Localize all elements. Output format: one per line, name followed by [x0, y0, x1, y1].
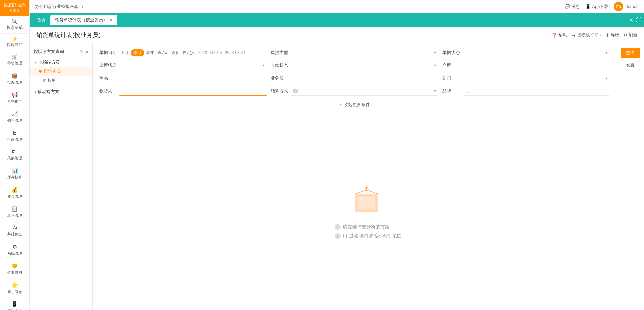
add-scheme-icon[interactable]: + — [75, 49, 77, 54]
collapse-panel-icon[interactable]: « — [86, 49, 88, 54]
avatar: Ea — [614, 2, 623, 11]
filter-receipt-status-dropdown-icon: ▾ — [434, 63, 436, 68]
message-label: 消息 — [571, 4, 580, 10]
sidebar-item-quick-nav[interactable]: ⚡ 快捷导航 — [0, 34, 29, 50]
filter-department: 部门 ▾ — [442, 73, 610, 83]
sidebar-item-newbie[interactable]: 🌟新手引导 — [0, 278, 29, 298]
filter-receipt-status-input[interactable]: ▾ — [291, 61, 438, 70]
top-header-right: 💬 消息 📱 App下载 Ea demo2 — [565, 2, 639, 11]
date-tab-this-month[interactable]: 本月 — [131, 49, 144, 56]
inventory-icon: 📊 — [11, 167, 18, 174]
sidebar-item-purchase-label: 采购管理 — [7, 156, 22, 161]
filter-warehouse-input[interactable]: … — [463, 61, 610, 70]
filter-section: 单据日期 上月 本月 本年 近7天 更多 自定义 — [93, 43, 644, 115]
sidebar-item-enterprise[interactable]: 🤝企业协同 — [0, 259, 29, 278]
filter-doc-status-label: 单据状态 — [442, 50, 460, 56]
date-tab-custom[interactable]: 自定义 — [181, 49, 196, 56]
tab-controls: ✕ ⛶ — [629, 17, 641, 23]
date-tab-last-month[interactable]: 上月 — [119, 49, 130, 56]
filter-doc-type-input[interactable]: ▾ — [291, 48, 438, 57]
date-tab-more[interactable]: 更多 — [170, 49, 181, 56]
ecommerce-icon: 🖥 — [12, 130, 17, 136]
filter-staff-dots: … — [293, 76, 298, 81]
app-download-button[interactable]: 📱 App下载 — [585, 4, 608, 10]
filter-date: 单据日期 上月 本月 本年 近7天 更多 自定义 — [99, 48, 267, 57]
export-button[interactable]: ⬆ 导出 — [606, 32, 620, 38]
sidebar-item-ecommerce[interactable]: 🖥电商管理 — [0, 126, 29, 145]
scheme-group-mobile-label[interactable]: ▶ 移动端方案 — [30, 87, 92, 96]
filter-warehouse-dots: … — [465, 63, 469, 68]
refresh-button[interactable]: ↻ 刷新 — [624, 32, 637, 38]
settings-button[interactable]: 设置 — [621, 60, 640, 70]
scheme-group-mobile-text: 移动端方案 — [38, 89, 59, 95]
print-button[interactable]: 🖨 按模板打印 ▾ — [571, 32, 602, 38]
breadcrumb-dropdown-icon[interactable]: ▾ — [81, 4, 84, 9]
sidebar-item-system-label: 系统管理 — [7, 251, 22, 256]
tab-home[interactable]: 首页 — [32, 15, 50, 25]
help-label: 帮助 — [558, 32, 567, 38]
filter-brand-input[interactable]: … — [463, 86, 610, 96]
filter-row-3: 商品 … 业务员 … — [99, 73, 610, 83]
sidebar-item-basic[interactable]: 🗂基础信息 — [0, 221, 29, 240]
tab-close-icon[interactable]: ✕ — [109, 18, 113, 22]
left-panel-header-label: 按以下方案查询 — [34, 49, 64, 55]
scheme-active-dot — [39, 70, 42, 73]
help-button[interactable]: ❓ 帮助 — [552, 32, 567, 38]
sidebar-item-inventory[interactable]: 📊库存核算 — [0, 164, 29, 183]
filter-payment-input[interactable]: × ▾ — [291, 86, 438, 96]
sidebar-item-marketing[interactable]: 📢营销推广 — [0, 88, 29, 107]
sidebar-logo[interactable]: 畅捷通好生意 标准版 — [0, 0, 29, 16]
date-tab-this-year[interactable]: 本年 — [145, 49, 156, 56]
date-range-text: 2023-03-01 至 2023-03-31 — [198, 50, 246, 56]
scheme-item-by-order-label: 按单 — [48, 78, 56, 83]
filter-payment: 结算方式 × ▾ — [271, 86, 438, 96]
tab-sales-stat-label: 销货单统计表（按业务员） — [55, 17, 107, 23]
filter-payment-label: 结算方式 — [271, 88, 288, 94]
sidebar-item-purchase[interactable]: 🛍采购管理 — [0, 145, 29, 164]
newbie-icon: 🌟 — [11, 282, 18, 288]
edit-scheme-icon[interactable]: ✎ — [79, 49, 84, 54]
page-title: 销货单统计表(按业务员) — [36, 31, 101, 43]
query-button[interactable]: 查询 — [621, 48, 640, 58]
collapse-button[interactable]: ∧ 收起更多条件 — [339, 102, 370, 108]
breadcrumb-text: 办公用品行业模拟账套 — [35, 4, 78, 10]
filter-doc-type-dropdown-icon: ▾ — [434, 50, 436, 55]
filter-consignee-input[interactable]: … — [119, 86, 267, 96]
filter-department-label: 部门 — [442, 75, 460, 81]
scheme-group-desktop-label[interactable]: ▼ 电脑端方案 — [30, 58, 92, 67]
sidebar-item-finance[interactable]: 💰资金管理 — [0, 183, 29, 202]
message-button[interactable]: 💬 消息 — [565, 4, 580, 10]
sidebar-item-apps[interactable]: 📱应用中心 — [0, 298, 29, 310]
empty-state: 1 请先选择要分析的方案 2 用[过滤]条件来缩小分析范围 — [93, 115, 644, 310]
tab-expand-button[interactable]: ⛶ — [636, 17, 641, 23]
sidebar-item-wholesale[interactable]: 📦批发管理 — [0, 69, 29, 88]
sidebar-item-sales[interactable]: 📈销售管理 — [0, 107, 29, 126]
scheme-item-by-order[interactable]: ⊞ 按单 — [30, 76, 92, 85]
export-icon: ⬆ — [606, 33, 609, 38]
filter-brand-label: 品牌 — [442, 88, 460, 94]
filter-out-status-input[interactable]: ▾ — [119, 61, 267, 70]
marketing-icon: 📢 — [11, 92, 18, 98]
scheme-item-by-staff[interactable]: 按业务员 — [30, 67, 92, 76]
filter-doc-status-input[interactable]: ▾ — [463, 48, 610, 57]
download-icon: 📱 — [585, 4, 591, 9]
logo-subtitle: 标准版 — [1, 8, 28, 13]
filter-goods-dots: … — [122, 76, 126, 81]
tab-close-button[interactable]: ✕ — [629, 17, 633, 23]
filter-goods-input[interactable]: … — [119, 73, 267, 83]
empty-tip-2-text: 用[过滤]条件来缩小分析范围 — [343, 233, 402, 239]
date-tab-last-7[interactable]: 近7天 — [156, 49, 169, 56]
sidebar-item-operation[interactable]: 📋经营管理 — [0, 202, 29, 221]
filter-date-label: 单据日期 — [99, 50, 117, 56]
user-profile[interactable]: Ea demo2 — [614, 2, 639, 11]
sidebar-item-sales-label: 销售管理 — [7, 118, 22, 123]
sidebar-item-search[interactable]: 🔍 搜索菜单 — [0, 16, 29, 34]
filter-payment-clear-button[interactable]: × — [293, 89, 298, 93]
filter-department-input[interactable]: ▾ — [463, 73, 610, 83]
tab-sales-stat[interactable]: 销货单统计表（按业务员） ✕ — [50, 15, 117, 25]
print-dropdown-icon: ▾ — [600, 33, 602, 37]
help-icon: ❓ — [552, 33, 557, 38]
sidebar-item-retail[interactable]: 🛒零售管理 — [0, 50, 29, 69]
sidebar-item-system[interactable]: ⚙系统管理 — [0, 240, 29, 259]
filter-staff-input[interactable]: … — [291, 73, 438, 83]
